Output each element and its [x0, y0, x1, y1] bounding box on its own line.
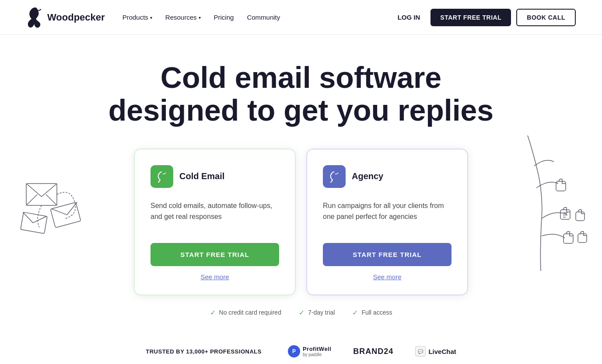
svg-rect-5: [560, 210, 570, 219]
cold-email-trial-button[interactable]: START FREE TRIAL: [150, 243, 279, 266]
brand24-logo: BRAND24: [353, 347, 393, 356]
brand24-text: BRAND24: [353, 347, 393, 356]
nav-products[interactable]: Products ▾: [122, 14, 152, 21]
svg-rect-4: [21, 212, 47, 234]
nav-community[interactable]: Community: [247, 14, 280, 21]
chevron-down-icon: ▾: [199, 15, 201, 20]
svg-line-1: [26, 194, 37, 205]
hero-title: Cold email software designed to get you …: [104, 61, 498, 127]
agency-icon: [323, 165, 346, 188]
svg-line-2: [46, 194, 57, 205]
book-call-button[interactable]: BOOK CALL: [516, 9, 576, 26]
envelopes-illustration: [18, 157, 105, 245]
trust-7-day: ✓ 7-day trial: [299, 309, 335, 317]
svg-rect-11: [576, 212, 584, 221]
agency-card: Agency Run campaigns for all your client…: [306, 149, 468, 295]
check-circle-icon: ✓: [299, 309, 304, 317]
profitwell-icon: P: [288, 345, 300, 357]
agency-description: Run campaigns for all your clients from …: [323, 200, 452, 231]
check-circle-icon: ✓: [352, 309, 358, 317]
agency-see-more[interactable]: See more: [323, 273, 452, 281]
nav-links: Products ▾ Resources ▾ Pricing Community: [122, 14, 280, 21]
svg-rect-10: [556, 181, 566, 191]
product-cards: Cold Email Send cold emails, automate fo…: [104, 149, 498, 295]
cold-email-icon: [150, 165, 173, 188]
profitwell-logo: P ProfitWell by paddle: [288, 345, 331, 357]
cold-email-description: Send cold emails, automate follow-ups, a…: [150, 200, 279, 231]
nav-resources[interactable]: Resources ▾: [165, 14, 201, 21]
brand-logos: P ProfitWell by paddle BRAND24 💬 LiveCha…: [288, 345, 456, 357]
cold-email-card: Cold Email Send cold emails, automate fo…: [134, 149, 296, 295]
chevron-down-icon: ▾: [150, 15, 152, 20]
logo-text: Woodpecker: [47, 12, 105, 23]
agency-title: Agency: [352, 171, 383, 181]
trust-no-credit-card: ✓ No credit card required: [210, 309, 281, 317]
trust-full-access: ✓ Full access: [352, 309, 392, 317]
navbar: Woodpecker Products ▾ Resources ▾ Pricin…: [0, 0, 602, 35]
cold-email-see-more[interactable]: See more: [150, 273, 279, 281]
trusted-section: TRUSTED BY 13,000+ PROFESSIONALS P Profi…: [0, 336, 602, 364]
livechat-icon: 💬: [415, 346, 426, 357]
cold-email-card-header: Cold Email: [150, 165, 279, 188]
livechat-text: LiveChat: [428, 348, 456, 355]
nav-right: LOG IN START FREE TRIAL BOOK CALL: [392, 9, 576, 26]
login-button[interactable]: LOG IN: [392, 10, 426, 24]
svg-rect-0: [26, 184, 57, 205]
profitwell-text: ProfitWell by paddle: [303, 346, 331, 357]
cold-email-title: Cold Email: [179, 171, 224, 181]
nav-trial-button[interactable]: START FREE TRIAL: [430, 9, 511, 26]
nav-pricing[interactable]: Pricing: [214, 14, 234, 21]
agency-card-header: Agency: [323, 165, 452, 188]
svg-rect-9: [564, 234, 573, 243]
check-circle-icon: ✓: [210, 309, 216, 317]
svg-rect-3: [50, 202, 80, 228]
logo[interactable]: Woodpecker: [26, 7, 105, 28]
woodpecker-logo-icon: [26, 7, 43, 28]
hero-section: Cold email software designed to get you …: [0, 35, 602, 332]
agency-trial-button[interactable]: START FREE TRIAL: [323, 243, 452, 266]
trust-bar: ✓ No credit card required ✓ 7-day trial …: [18, 309, 584, 317]
livechat-logo: 💬 LiveChat: [415, 346, 456, 357]
trusted-label: TRUSTED BY 13,000+ PROFESSIONALS: [146, 348, 262, 355]
tree-illustration: [493, 122, 589, 275]
nav-left: Woodpecker Products ▾ Resources ▾ Pricin…: [26, 7, 280, 28]
svg-rect-12: [578, 234, 587, 243]
